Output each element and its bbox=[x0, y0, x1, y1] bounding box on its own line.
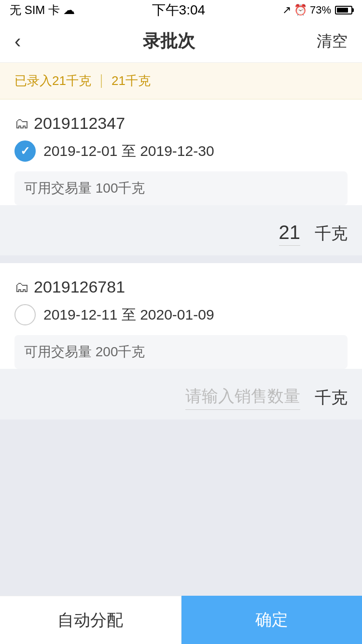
batch-2-radio[interactable] bbox=[14, 304, 36, 325]
battery-text: 73% bbox=[310, 4, 331, 16]
batch-2-date-row[interactable]: 2019-12-11 至 2020-01-09 bbox=[14, 304, 348, 325]
batch-1-date-row[interactable]: 2019-12-01 至 2019-12-30 bbox=[14, 140, 348, 162]
batch-2-available-qty: 可用交易量 200千克 bbox=[14, 335, 348, 369]
status-bar-left: 无 SIM 卡 ☁ bbox=[10, 2, 75, 18]
batch-item-1: 🗂 2019112347 2019-12-01 至 2019-12-30 可用交… bbox=[0, 99, 362, 205]
alarm-icon: ⏰ bbox=[294, 4, 307, 16]
status-bar: 无 SIM 卡 ☁ 下午3:04 ↗ ⏰ 73% bbox=[0, 0, 362, 20]
batch-1-unit: 千克 bbox=[315, 223, 348, 245]
confirm-button[interactable]: 确定 bbox=[181, 596, 362, 644]
status-bar-time: 下午3:04 bbox=[152, 1, 206, 19]
batch-2-unit: 千克 bbox=[315, 387, 348, 409]
batch-2-date: 2019-12-11 至 2020-01-09 bbox=[43, 305, 214, 325]
batch-2-qty-container: 请输入销售数量 千克 bbox=[0, 378, 362, 420]
info-divider bbox=[101, 74, 102, 88]
nav-bar: ‹ 录批次 清空 bbox=[0, 20, 362, 63]
batch-1-date: 2019-12-01 至 2019-12-30 bbox=[43, 141, 214, 161]
batch-1-id: 2019112347 bbox=[34, 114, 125, 133]
batch-1-qty-value[interactable]: 21 bbox=[279, 222, 301, 243]
batch-1-icon: 🗂 bbox=[14, 115, 29, 132]
bottom-bar: 自动分配 确定 bbox=[0, 596, 362, 644]
batch-1-available-qty: 可用交易量 100千克 bbox=[14, 171, 348, 205]
batch-2-qty-placeholder[interactable]: 请输入销售数量 bbox=[185, 385, 300, 407]
sim-label: 无 SIM 卡 ☁ bbox=[10, 2, 75, 18]
recorded-value: 21千克 bbox=[111, 72, 151, 89]
clear-button[interactable]: 清空 bbox=[317, 31, 348, 52]
auto-distribute-button[interactable]: 自动分配 bbox=[0, 596, 181, 644]
batch-1-qty-inner: 21 bbox=[279, 222, 301, 246]
batch-item-2: 🗂 2019126781 2019-12-11 至 2020-01-09 可用交… bbox=[0, 263, 362, 369]
status-bar-right: ↗ ⏰ 73% bbox=[282, 4, 352, 16]
batch-2-id: 2019126781 bbox=[34, 278, 125, 296]
battery-icon bbox=[335, 6, 352, 14]
info-banner: 已录入21千克 21千克 bbox=[0, 63, 362, 99]
location-icon: ↗ bbox=[282, 4, 291, 16]
section-divider bbox=[0, 255, 362, 263]
back-button[interactable]: ‹ bbox=[14, 30, 21, 52]
recorded-label: 已录入21千克 bbox=[14, 72, 91, 89]
page-title: 录批次 bbox=[143, 29, 195, 53]
batch-1-qty-container: 21 千克 bbox=[0, 215, 362, 255]
batch-2-header: 🗂 2019126781 bbox=[14, 278, 348, 296]
batch-2-icon: 🗂 bbox=[14, 279, 29, 295]
batch-1-radio[interactable] bbox=[14, 140, 36, 162]
batch-2-qty-inner: 请输入销售数量 bbox=[185, 385, 300, 410]
batch-1-header: 🗂 2019112347 bbox=[14, 114, 348, 133]
